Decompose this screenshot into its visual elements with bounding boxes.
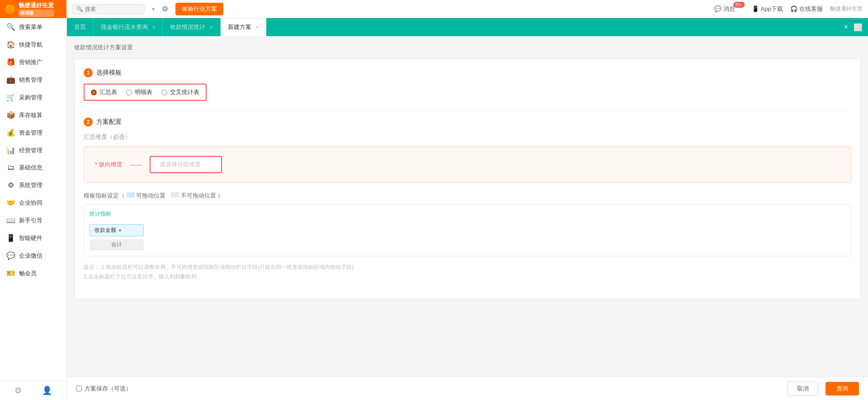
sidebar-item-finance[interactable]: 💰 资金管理 <box>0 124 66 141</box>
sidebar-item-label: 营销推广 <box>19 58 42 66</box>
vertical-dimension-row: * 纵向维度 —— 请选择分组维度 <box>95 156 840 173</box>
save-checkbox-input[interactable] <box>76 386 82 391</box>
template-selection: 汇总表 明细表 交叉统计表 <box>84 84 207 101</box>
vertical-label: * 纵向维度 <box>95 160 123 169</box>
metrics-header-text: 模板指标设定（ 可拖动位置 不可拖动位置 ） <box>84 192 223 199</box>
tab-collection-stat-close[interactable]: × <box>210 24 212 30</box>
ticket-icon: 🎫 <box>6 269 15 278</box>
sidebar-item-corp[interactable]: 🤝 企业协同 <box>0 194 66 212</box>
stats-label: 统计指标 <box>90 210 845 218</box>
sidebar-item-weichat[interactable]: 💬 企业微信 <box>0 247 66 264</box>
radio-detail[interactable]: 明细表 <box>126 88 152 96</box>
sidebar-item-guide[interactable]: 📖 新手引导 <box>0 212 66 229</box>
tab-collection-stat[interactable]: 收款情况统计 × <box>163 18 220 36</box>
chevron-down-icon: ▾ <box>119 228 121 233</box>
search-icon: 🔍 <box>76 6 83 12</box>
sidebar-item-label: 基础信息 <box>19 164 42 172</box>
chat-icon: 💬 <box>6 251 15 260</box>
sidebar-item-search[interactable]: 🔍 搜索菜单 <box>0 18 66 36</box>
step2-title: 方案配置 <box>96 118 122 126</box>
radio-summary-input[interactable] <box>91 89 97 95</box>
settings-bottom-icon[interactable]: ⚙ <box>14 386 22 395</box>
dimension-selector[interactable]: 请选择分组维度 <box>150 156 222 173</box>
save-label: 方案保存（可选） <box>85 385 132 393</box>
sidebar-item-quick-nav[interactable]: 🏠 快捷导航 <box>0 36 66 53</box>
maximize-icon[interactable]: ⬜ <box>854 23 863 32</box>
undraggable-badge <box>171 192 179 198</box>
sidebar-item-label: 新手引导 <box>19 216 42 225</box>
trial-button[interactable]: 体验行业方案 <box>175 3 223 15</box>
sidebar-item-system[interactable]: ⚙ 系统管理 <box>0 176 66 194</box>
sidebar-item-label: 资金管理 <box>19 129 42 137</box>
sidebar: 🟠 畅捷通好生意 标准版 🔍 搜索菜单 🏠 快捷导航 🎁 营销推广 💼 销售管理… <box>0 0 67 400</box>
messages-item[interactable]: 💬 消息 99+ <box>714 5 745 13</box>
sidebar-bottom: ⚙ 👤 <box>0 381 66 400</box>
version-badge: 标准版 <box>19 9 54 17</box>
main-area: 🔍 ▾ ⚙ 体验行业方案 💬 消息 99+ 📱 App下载 🎧 在线客服 畅捷通… <box>67 0 868 400</box>
sidebar-item-label: 智能硬件 <box>19 234 42 242</box>
draggable-label: 可拖动位置 <box>136 192 165 199</box>
dimension-placeholder: 请选择分组维度 <box>160 161 201 168</box>
chart-icon: 📊 <box>6 146 15 155</box>
sidebar-item-operation[interactable]: 📊 经营管理 <box>0 141 66 159</box>
sidebar-item-base[interactable]: 🗂 基础信息 <box>0 159 66 176</box>
gift-icon: 🎁 <box>6 58 15 66</box>
sidebar-item-purchase[interactable]: 🛒 采购管理 <box>0 89 66 106</box>
radio-summary[interactable]: 汇总表 <box>91 88 117 96</box>
query-button[interactable]: 查询 <box>826 382 859 395</box>
tab-controls: × ⬜ <box>839 18 868 36</box>
step2-header: 2 方案配置 <box>84 118 851 127</box>
app-download-label: App下载 <box>761 5 783 13</box>
close-window-icon[interactable]: × <box>844 23 848 31</box>
radio-cross-input[interactable] <box>161 89 167 95</box>
step1-badge: 1 <box>84 68 93 77</box>
tab-home[interactable]: 首页 <box>67 18 94 36</box>
search-icon: 🔍 <box>6 23 15 31</box>
message-icon: 💬 <box>714 5 722 12</box>
box-icon: 📦 <box>6 111 15 119</box>
tip-2: 2.点击标题栏下拉可设置排序、插入列和删除列 <box>84 273 851 281</box>
tab-new-plan-label: 新建方案 <box>228 23 251 31</box>
sidebar-item-marketing[interactable]: 🎁 营销推广 <box>0 53 66 71</box>
save-checkbox[interactable]: 方案保存（可选） <box>76 385 132 393</box>
tab-bank-flow-close[interactable]: × <box>152 24 155 30</box>
metric-tag-amount[interactable]: 收款金额 ▾ <box>90 224 144 236</box>
radio-cross-label: 交叉统计表 <box>170 88 199 96</box>
tab-bank-flow[interactable]: 现金银行流水查询 × <box>94 18 163 36</box>
sidebar-item-hardware[interactable]: 📱 智能硬件 <box>0 229 66 247</box>
online-support-item[interactable]: 🎧 在线客服 <box>790 5 823 13</box>
headset-icon: 🎧 <box>790 5 797 12</box>
money-icon: 💰 <box>6 128 15 137</box>
step1-header: 1 选择模板 <box>84 68 851 77</box>
cart-icon: 🛒 <box>6 93 15 102</box>
tab-new-plan[interactable]: 新建方案 × <box>221 18 266 36</box>
sidebar-item-member[interactable]: 🎫 畅会员 <box>0 264 66 282</box>
metric-total-label: 合计 <box>111 241 122 248</box>
search-box[interactable]: 🔍 <box>72 4 145 14</box>
cancel-button[interactable]: 取消 <box>788 381 818 396</box>
sidebar-item-inventory[interactable]: 📦 库存核算 <box>0 106 66 124</box>
radio-detail-input[interactable] <box>126 89 132 95</box>
radio-cross[interactable]: 交叉统计表 <box>161 88 199 96</box>
metrics-section: 模板指标设定（ 可拖动位置 不可拖动位置 ） 统计指标 <box>84 192 851 281</box>
search-input[interactable] <box>85 6 139 12</box>
metric-subtag-total: 合计 <box>90 239 144 250</box>
chevron-down-icon[interactable]: ▾ <box>152 6 155 12</box>
gear-icon: ⚙ <box>6 181 15 189</box>
tab-collection-stat-label: 收款情况统计 <box>170 23 205 31</box>
settings-icon[interactable]: ⚙ <box>162 5 168 13</box>
breadcrumb: 收款情况统计方案设置 <box>74 43 861 52</box>
sidebar-item-label: 企业微信 <box>19 252 42 260</box>
user-bottom-icon[interactable]: 👤 <box>42 386 52 395</box>
draggable-badge <box>127 192 135 198</box>
message-badge: 99+ <box>733 2 745 8</box>
sidebar-item-sales[interactable]: 💼 销售管理 <box>0 71 66 89</box>
sidebar-item-label: 销售管理 <box>19 76 42 84</box>
radio-detail-label: 明细表 <box>135 88 152 96</box>
sidebar-item-label: 快捷导航 <box>19 41 42 49</box>
sidebar-item-label: 经营管理 <box>19 146 42 155</box>
tabbar: 首页 现金银行流水查询 × 收款情况统计 × 新建方案 × × ⬜ <box>67 18 868 36</box>
tab-new-plan-close[interactable]: × <box>256 24 259 30</box>
app-download-item[interactable]: 📱 App下载 <box>752 5 783 13</box>
dimension-area: * 纵向维度 —— 请选择分组维度 <box>84 146 851 183</box>
